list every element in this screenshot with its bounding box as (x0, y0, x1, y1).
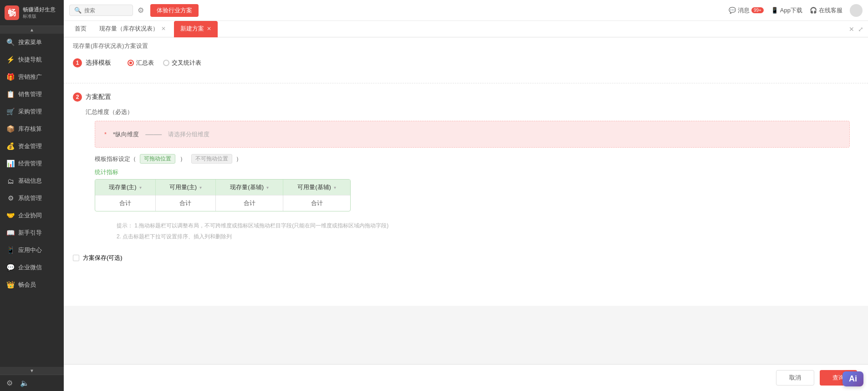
col-header-2[interactable]: 可用量(主) ▾ (155, 180, 216, 196)
sidebar-scroll-down[interactable]: ▼ (0, 367, 64, 375)
section2-title: 方案配置 (86, 93, 111, 101)
download-icon: 📱 (771, 7, 778, 14)
user-avatar[interactable] (850, 4, 863, 17)
sidebar-scroll-up[interactable]: ▲ (0, 26, 64, 34)
sidebar-item-label: 企业微信 (18, 263, 42, 272)
stats-table-wrapper: 现存量(主) ▾ 可用量(主) ▾ (95, 179, 351, 211)
online-service-btn[interactable]: 🎧 在线客服 (810, 6, 842, 15)
tag-draggable: 可拖动位置 (140, 154, 175, 164)
chevron-down-icon-1[interactable]: ▾ (139, 185, 142, 190)
required-star: * (104, 131, 107, 138)
sidebar-item-marketing[interactable]: 🎁 营销推广 (0, 68, 64, 86)
dimension-required-label: 汇总维度（必选） (86, 108, 859, 116)
section1-title: 选择模板 (86, 59, 111, 67)
sidebar-item-label: 新手引导 (18, 229, 42, 237)
tip-1: 提示： 1.拖动标题栏可以调整布局，不可跨维度或指标区域拖动栏目字段(只能在同一… (117, 220, 841, 231)
app-logo: 畅 畅赚通好生意 标准版 (0, 0, 64, 26)
sidebar-item-app-center[interactable]: 📱 应用中心 (0, 242, 64, 259)
footer-buttons: 取消 查询 (64, 364, 868, 391)
chevron-down-icon-4[interactable]: ▾ (334, 185, 336, 190)
sidebar-item-label: 基础信息 (18, 177, 42, 185)
sidebar-item-label: 搜索菜单 (18, 38, 42, 46)
stats-table: 现存量(主) ▾ 可用量(主) ▾ (95, 180, 350, 211)
radio-summary[interactable]: 汇总表 (128, 59, 154, 67)
section-1: 1 选择模板 汇总表 交叉统计表 (64, 54, 868, 78)
dimension-field-label: *纵向维度 (113, 130, 139, 139)
sidebar-item-label: 采购管理 (18, 108, 42, 116)
guide-icon: 📖 (6, 229, 15, 237)
quick-nav-icon: ⚡ (6, 56, 15, 64)
industry-btn[interactable]: 体验行业方案 (150, 4, 199, 17)
member-icon: 👑 (6, 281, 15, 289)
tab-inventory-status[interactable]: 现存量（库存状况表） ✕ (93, 21, 172, 37)
logo-text: 畅赚通好生意 标准版 (23, 6, 56, 20)
tab-close-panel-icon[interactable]: ✕ (849, 26, 854, 33)
search-input[interactable] (84, 7, 125, 14)
app-center-icon: 📱 (6, 246, 15, 254)
sidebar-item-base-info[interactable]: 🗂 基础信息 (0, 172, 64, 190)
sidebar-item-purchase[interactable]: 🛒 采购管理 (0, 103, 64, 120)
topbar: 🔍 ⚙ 体验行业方案 💬 消息 99+ 📱 App下载 🎧 在线客服 (64, 0, 868, 21)
gear-icon[interactable]: ⚙ (138, 6, 144, 15)
sidebar-item-sales[interactable]: 📋 销售管理 (0, 86, 64, 103)
sidebar-item-guide[interactable]: 📖 新手引导 (0, 224, 64, 242)
headset-icon: 🎧 (810, 7, 817, 14)
sidebar-item-finance[interactable]: 💰 资金管理 (0, 138, 64, 155)
sidebar-item-wechat[interactable]: 💬 企业微信 (0, 259, 64, 276)
search-icon: 🔍 (74, 7, 82, 14)
page-title: 现存量(库存状况表)方案设置 (64, 37, 868, 54)
save-option-label: 方案保存(可选) (83, 254, 123, 262)
tab-home[interactable]: 首页 (68, 21, 93, 37)
save-checkbox[interactable] (73, 255, 79, 261)
purchase-icon: 🛒 (6, 108, 15, 116)
tag-non-draggable: 不可拖动位置 (191, 154, 232, 164)
col-header-1[interactable]: 现存量(主) ▾ (95, 180, 155, 196)
cancel-button[interactable]: 取消 (776, 370, 814, 386)
chevron-down-icon-3[interactable]: ▾ (266, 185, 269, 190)
dimension-placeholder[interactable]: 请选择分组维度 (168, 130, 209, 139)
sidebar-item-label: 营销推广 (18, 73, 42, 81)
sidebar-item-label: 库存核算 (18, 125, 42, 133)
section-2: 2 方案配置 汇总维度（必选） * *纵向维度 —— 请选择分组维度 (64, 88, 868, 247)
cell-1-1: 合计 (95, 196, 155, 211)
sidebar-item-system[interactable]: ⚙ 系统管理 (0, 190, 64, 207)
step2-badge: 2 (73, 93, 82, 102)
finance-icon: 💰 (6, 142, 15, 150)
wechat-icon: 💬 (6, 263, 15, 272)
sidebar-item-member[interactable]: 👑 畅会员 (0, 276, 64, 293)
settings-icon[interactable]: ⚙ (6, 379, 13, 387)
col-header-4[interactable]: 可用量(基辅) ▾ (283, 180, 350, 196)
tab-close-inventory[interactable]: ✕ (161, 26, 166, 32)
logo-icon: 畅 (5, 5, 19, 20)
tabs-bar: 首页 现存量（库存状况表） ✕ 新建方案 ✕ ✕ ⤢ (64, 21, 868, 37)
tab-new-scheme[interactable]: 新建方案 ✕ (174, 21, 218, 37)
app-download-btn[interactable]: 📱 App下载 (771, 6, 802, 15)
sound-icon[interactable]: 🔈 (20, 379, 29, 387)
stats-section-label: 统计指标 (95, 168, 850, 176)
radio-summary-circle (128, 60, 134, 66)
sidebar-item-operations[interactable]: 📊 经营管理 (0, 155, 64, 172)
sidebar-item-quick-nav[interactable]: ⚡ 快捷导航 (0, 51, 64, 68)
sidebar-item-inventory[interactable]: 📦 库存核算 (0, 120, 64, 138)
message-btn[interactable]: 💬 消息 99+ (729, 6, 764, 15)
sidebar-item-search-menu[interactable]: 🔍 搜索菜单 (0, 34, 64, 51)
tab-close-new-scheme[interactable]: ✕ (207, 26, 211, 32)
ai-badge[interactable]: Ai (842, 371, 863, 386)
section1-header: 1 选择模板 汇总表 交叉统计表 (73, 58, 859, 67)
save-option: 方案保存(可选) (64, 247, 868, 269)
sidebar-nav: 🔍 搜索菜单 ⚡ 快捷导航 🎁 营销推广 📋 销售管理 🛒 采购管理 📦 库存核… (0, 34, 64, 367)
radio-cross[interactable]: 交叉统计表 (163, 59, 201, 67)
content-area: 现存量(库存状况表)方案设置 1 选择模板 汇总表 交叉统计表 (64, 37, 868, 391)
dimension-dash: —— (145, 129, 162, 139)
corp-icon: 🤝 (6, 211, 15, 220)
search-box[interactable]: 🔍 (69, 5, 133, 16)
cell-1-2: 合计 (155, 196, 216, 211)
tab-expand-icon[interactable]: ⤢ (858, 26, 863, 33)
indicator-settings: 模板指标设定（ 可拖动位置 ） 不可拖动位置 ） 统计指标 (95, 154, 850, 242)
chevron-down-icon-2[interactable]: ▾ (199, 185, 202, 190)
sidebar: 畅 畅赚通好生意 标准版 ▲ 🔍 搜索菜单 ⚡ 快捷导航 🎁 营销推广 📋 销售… (0, 0, 64, 391)
col-header-3[interactable]: 现存量(基辅) ▾ (216, 180, 283, 196)
system-icon: ⚙ (6, 194, 15, 202)
cell-1-4: 合计 (283, 196, 350, 211)
sidebar-item-corp[interactable]: 🤝 企业协同 (0, 207, 64, 224)
